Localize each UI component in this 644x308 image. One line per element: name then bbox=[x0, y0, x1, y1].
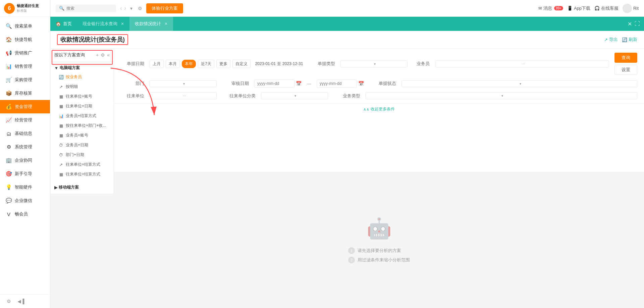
date-range-display: 2023-01-01 至 2023-12-31 bbox=[255, 61, 303, 67]
sidebar-item-quick-nav[interactable]: 🏠 快捷导航 bbox=[0, 33, 50, 46]
scheme-item-partner-dept[interactable]: ▦ 按往来单位+部门+收... bbox=[50, 121, 114, 131]
scheme-collapse-icon[interactable]: « bbox=[107, 52, 110, 58]
sidebar-item-inventory[interactable]: 📦 库存核算 bbox=[0, 87, 50, 100]
dept-date-icon: ⏱ bbox=[58, 152, 64, 158]
dept-select[interactable]: ▾ bbox=[150, 80, 217, 87]
sidebar-item-search-menu[interactable]: 🔍 搜索菜单 bbox=[0, 19, 50, 33]
collapse-bar[interactable]: ∧∧ 收起更多条件 bbox=[114, 103, 644, 115]
sidebar-item-sales[interactable]: 📊 销售管理 bbox=[0, 60, 50, 73]
sidebar-item-operations[interactable]: 📈 经营管理 bbox=[0, 113, 50, 127]
settings-btn[interactable]: 设置 bbox=[614, 65, 637, 75]
tab-receipt-stats[interactable]: 收款情况统计 ✕ bbox=[129, 17, 173, 31]
date-label: 单据日期 bbox=[121, 61, 144, 67]
audit-date-to[interactable] bbox=[317, 80, 357, 88]
scheme-item-salesperson[interactable]: 🔄 按业务员 bbox=[50, 72, 114, 82]
topbar-gear-icon[interactable]: ⚙ bbox=[138, 6, 142, 11]
sidebar-item-label: 智能硬件 bbox=[15, 184, 32, 190]
user-avatar-area[interactable]: Rit bbox=[623, 4, 639, 13]
filter-rows: 单据日期 上月 本月 本年 近7天 更多 自定义 2023-01-01 bbox=[114, 49, 644, 103]
hint-num-2: 2 bbox=[348, 257, 355, 263]
salesperson-select[interactable]: ··· bbox=[435, 60, 609, 67]
trial-btn[interactable]: 体验行业方案 bbox=[146, 3, 183, 13]
export-btn[interactable]: ↗ 导出 bbox=[604, 37, 618, 43]
partner-category-select[interactable]: ▾ bbox=[261, 92, 328, 99]
sidebar-item-member[interactable]: V 畅会员 bbox=[0, 207, 50, 221]
filter-area: 单据日期 上月 本月 本年 近7天 更多 自定义 2023-01-01 bbox=[114, 49, 644, 172]
sidebar-item-label: 搜索菜单 bbox=[15, 23, 32, 29]
scheme-item-dept-date[interactable]: ⏱ 部门+日期 bbox=[50, 150, 114, 160]
date-btn-custom[interactable]: 自定义 bbox=[232, 60, 251, 68]
doc-status-select[interactable]: ▾ bbox=[401, 80, 637, 87]
sidebar-item-marketing[interactable]: 📢 营销推广 bbox=[0, 46, 50, 60]
sidebar-item-base-info[interactable]: 🗂 基础信息 bbox=[0, 127, 50, 140]
topbar-search-input[interactable] bbox=[66, 6, 113, 11]
scheme-item-partner-settle1[interactable]: ↗ 往来单位+结算方式 bbox=[50, 160, 114, 169]
scheme-settings-icon[interactable]: ⚙ bbox=[101, 52, 105, 58]
topbar-search-box[interactable]: 🔍 bbox=[56, 4, 116, 12]
tab-home[interactable]: 🏠 首页 bbox=[50, 17, 77, 31]
date-btn-7days[interactable]: 近7天 bbox=[198, 60, 214, 68]
tab-close-window-btn[interactable]: ✕ bbox=[628, 21, 632, 27]
sidebar-item-system[interactable]: ⚙ 系统管理 bbox=[0, 140, 50, 154]
audit-cal-to-icon[interactable]: 📅 bbox=[358, 81, 364, 86]
settings-bottom-icon[interactable]: ⚙ bbox=[5, 298, 12, 305]
scheme-item-detail[interactable]: ↗ 按明细 bbox=[50, 82, 114, 92]
collapse-sidebar-icon[interactable]: ◀▐ bbox=[17, 298, 24, 305]
sidebar-item-label: 畅会员 bbox=[15, 211, 28, 217]
scheme-add-icon[interactable]: + bbox=[96, 52, 99, 58]
messages-btn[interactable]: ✉ 消息 99+ bbox=[538, 5, 563, 11]
dept-label: 部门 bbox=[121, 81, 144, 87]
scheme-item-partner-settle2[interactable]: ▦ 往来单位+结算方式 bbox=[50, 169, 114, 179]
sidebar-item-smart-hw[interactable]: 💡 智能硬件 bbox=[0, 181, 50, 194]
logo-text-area: 畅捷通好生意 标准版 bbox=[17, 3, 39, 13]
topbar-dropdown-icon[interactable]: ▾ bbox=[130, 6, 132, 11]
app-download-btn[interactable]: 📱 App下载 bbox=[567, 5, 590, 11]
date-to: 2023-12-31 bbox=[282, 61, 303, 66]
tab-maximize-btn[interactable]: ⛶ bbox=[635, 21, 640, 27]
tab-cashflow-close[interactable]: ✕ bbox=[121, 21, 124, 26]
business-type-select[interactable]: ▾ bbox=[366, 92, 637, 99]
collapse-icon: ∧∧ bbox=[363, 107, 369, 112]
scheme-group-desktop-title[interactable]: ▼ 电脑端方案 bbox=[50, 64, 114, 72]
date-from: 2023-01-01 bbox=[255, 61, 276, 66]
partner-select[interactable]: ··· bbox=[150, 92, 217, 99]
online-service-btn[interactable]: 🎧 在线客服 bbox=[594, 5, 619, 11]
page-title: 收款情况统计(按业务员) bbox=[57, 34, 128, 45]
scheme-item-partner-date[interactable]: ▦ 往来单位+日期 bbox=[50, 101, 114, 111]
sales-icon: 📊 bbox=[5, 63, 12, 70]
nav-forward-icon[interactable]: › bbox=[124, 5, 126, 12]
tabs-right-controls: ✕ ⛶ bbox=[628, 21, 644, 27]
sidebar-item-enterprise[interactable]: 🏢 企业协同 bbox=[0, 154, 50, 167]
user-name: Rit bbox=[633, 6, 639, 11]
scheme-item-salesperson-account[interactable]: ▦ 业务员+账号 bbox=[50, 131, 114, 140]
scheme-item-salesperson-date[interactable]: ⏱ 业务员+日期 bbox=[50, 140, 114, 150]
scheme-panel: 按以下方案查询 + ⚙ « ▼ 电脑端方案 🔄 bbox=[50, 49, 114, 194]
audit-date-from[interactable] bbox=[254, 80, 294, 88]
scheme-item-salesperson-settle[interactable]: 📊 业务员+结算方式 bbox=[50, 111, 114, 121]
sidebar: 6 畅捷通好生意 标准版 🔍 搜索菜单 🏠 快捷导航 📢 营销推广 📊 销售管理… bbox=[0, 0, 50, 308]
nav-back-icon[interactable]: ‹ bbox=[120, 5, 122, 12]
date-btn-more[interactable]: 更多 bbox=[216, 60, 230, 68]
refresh-btn[interactable]: 🔄 刷新 bbox=[622, 37, 637, 43]
query-btn[interactable]: 查询 bbox=[614, 53, 637, 63]
type-select[interactable]: ▾ bbox=[340, 60, 408, 67]
sidebar-item-label: 经营管理 bbox=[15, 117, 32, 123]
sidebar-item-label: 库存核算 bbox=[15, 90, 32, 96]
salesperson-select-arrow: ··· bbox=[522, 62, 606, 66]
sidebar-nav: 🔍 搜索菜单 🏠 快捷导航 📢 营销推广 📊 销售管理 🛒 采购管理 📦 库存核… bbox=[0, 17, 50, 294]
scheme-item-partner-account[interactable]: ▦ 往来单位+账号 bbox=[50, 92, 114, 101]
audit-cal-from-icon[interactable]: 📅 bbox=[296, 81, 302, 86]
date-btn-last-month[interactable]: 上月 bbox=[150, 60, 164, 68]
partner-more-icon[interactable]: ··· bbox=[183, 94, 214, 98]
tab-receipt-close[interactable]: ✕ bbox=[164, 21, 168, 26]
date-btn-this-year[interactable]: 本年 bbox=[182, 60, 196, 68]
sidebar-item-guide[interactable]: 🎯 新手引导 bbox=[0, 167, 50, 181]
sidebar-item-purchase[interactable]: 🛒 采购管理 bbox=[0, 73, 50, 87]
sidebar-item-wechat[interactable]: 💬 企业微信 bbox=[0, 194, 50, 207]
tab-cashflow[interactable]: 现金银行流水查询 ✕ bbox=[77, 17, 129, 31]
sidebar-item-capital[interactable]: 💰 资金管理 bbox=[0, 100, 50, 113]
salesperson-scheme-icon: 🔄 bbox=[58, 74, 64, 80]
date-btn-this-month[interactable]: 本月 bbox=[166, 60, 180, 68]
messages-badge: 99+ bbox=[554, 6, 563, 10]
scheme-group-mobile-title[interactable]: ▶ 移动端方案 bbox=[50, 183, 114, 192]
